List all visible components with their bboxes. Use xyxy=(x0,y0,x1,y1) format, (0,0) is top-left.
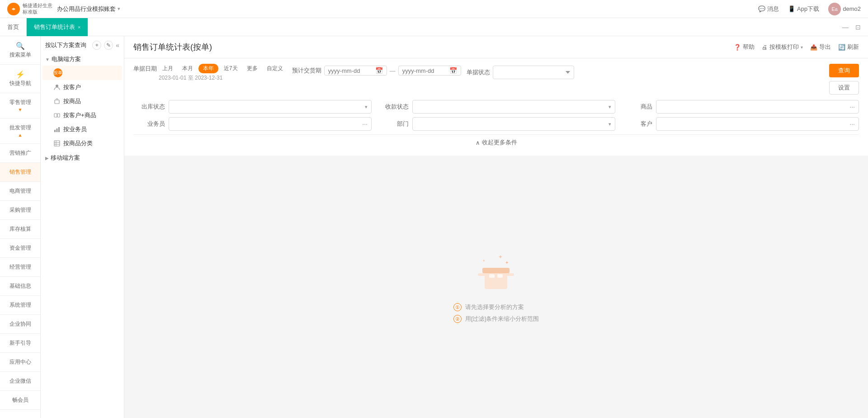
payment-status-input[interactable]: ▾ xyxy=(412,100,615,114)
collapse-panel-button[interactable]: « xyxy=(116,42,119,49)
expected-delivery-end-field[interactable] xyxy=(402,67,448,74)
date-btn-more[interactable]: 更多 xyxy=(243,64,261,73)
expected-delivery-start-input[interactable]: 📅 xyxy=(324,66,387,76)
department-input[interactable]: ▾ xyxy=(412,117,615,131)
breadcrumb[interactable]: 办公用品行业模拟账套 ▾ xyxy=(57,5,120,13)
add-scheme-button[interactable]: + xyxy=(92,41,101,50)
window-maximize-button[interactable]: ⊡ xyxy=(854,23,863,32)
sidebar-item-quick-nav[interactable]: ⚡ 快捷导航 xyxy=(0,65,40,93)
settings-button[interactable]: 设置 xyxy=(829,81,859,95)
sidebar-item-finance[interactable]: 资金管理 xyxy=(0,239,40,258)
customer-more-icon: ··· xyxy=(849,120,855,128)
scheme-item-by-order[interactable]: 按单 xyxy=(42,66,122,80)
doc-status-section: 单据状态 xyxy=(467,66,574,79)
date-btn-last-month[interactable]: 上月 xyxy=(159,64,177,73)
empty-illustration: ✦ ✦ ✦ xyxy=(473,251,519,296)
sidebar-item-operations[interactable]: 经营管理 xyxy=(0,258,40,277)
hint-number-2: ② xyxy=(453,315,462,323)
app-download-icon: 📱 xyxy=(788,5,795,12)
customer-product-icon xyxy=(53,112,61,119)
action-buttons: 查询 设置 xyxy=(829,64,859,95)
sidebar-item-newbie[interactable]: 新手引导 xyxy=(0,334,40,353)
goods-field: 商品 ··· xyxy=(621,100,859,114)
edit-scheme-button[interactable]: ✎ xyxy=(104,41,113,50)
page-title-row: 销售订单统计表(按单) ❓ 帮助 🖨 按模板打印 ▾ 📤 xyxy=(133,42,859,52)
calendar-start-icon[interactable]: 📅 xyxy=(375,67,383,74)
svg-rect-7 xyxy=(58,127,60,132)
query-button[interactable]: 查询 xyxy=(829,64,859,77)
svg-text:✦: ✦ xyxy=(498,254,503,260)
sidebar-item-members[interactable]: 畅会员 xyxy=(0,391,40,410)
sidebar-item-retail[interactable]: 零售管理 ▼ xyxy=(0,93,40,119)
scheme-item-by-product[interactable]: 按商品 xyxy=(42,95,122,108)
export-icon: 📤 xyxy=(810,44,817,51)
search-icon: 🔍 xyxy=(2,42,38,50)
svg-rect-3 xyxy=(54,114,57,117)
doc-status-select[interactable] xyxy=(493,66,574,79)
svg-rect-5 xyxy=(54,130,56,132)
refresh-button[interactable]: 🔄 刷新 xyxy=(838,43,859,51)
doc-status-input[interactable] xyxy=(493,66,574,79)
top-header: 畅捷通好生意 标准版 办公用品行业模拟账套 ▾ 💬 消息 📱 App下载 Ea … xyxy=(0,0,868,18)
sidebar-item-system[interactable]: 系统管理 xyxy=(0,296,40,315)
date-range-display: 2023-01-01 至 2023-12-31 xyxy=(133,74,287,82)
print-button[interactable]: 🖨 按模板打印 ▾ xyxy=(762,43,803,51)
sidebar-item-inventory[interactable]: 库存核算 xyxy=(0,220,40,239)
tab-bar: 首页 销售订单统计表 × — ⊡ xyxy=(0,18,868,36)
export-button[interactable]: 📤 导出 xyxy=(810,43,831,51)
left-panel-actions: + ✎ « xyxy=(92,41,119,50)
empty-hint-2: ② 用[过滤]条件来缩小分析范围 xyxy=(453,315,539,323)
window-minimize-button[interactable]: — xyxy=(841,23,850,32)
customer-field: 客户 ··· xyxy=(621,117,859,131)
message-button[interactable]: 💬 消息 xyxy=(758,5,779,13)
collapse-filters-button[interactable]: ∧ 收起更多条件 xyxy=(133,134,859,150)
tab-home[interactable]: 首页 xyxy=(0,18,27,36)
person-icon xyxy=(53,84,61,91)
expected-delivery-end-input[interactable]: 📅 xyxy=(398,66,461,76)
scheme-item-by-salesman[interactable]: 按业务员 xyxy=(42,123,122,136)
scheme-group-pc-header[interactable]: ▼ 电脑端方案 xyxy=(41,53,124,65)
customer-input[interactable]: ··· xyxy=(656,117,859,131)
svg-rect-12 xyxy=(485,271,507,289)
scheme-group-mobile: ▶ 移动端方案 xyxy=(41,152,124,164)
tab-sales-order-stats[interactable]: 销售订单统计表 × xyxy=(27,18,88,36)
date-btn-this-month[interactable]: 本月 xyxy=(179,64,197,73)
page-title: 销售订单统计表(按单) xyxy=(133,42,212,52)
sidebar-item-wholesale[interactable]: 批发管理 ▲ xyxy=(0,119,40,144)
sidebar-item-search-menu[interactable]: 🔍 搜索菜单 xyxy=(0,36,40,65)
date-btn-this-year[interactable]: 本年 xyxy=(198,64,218,73)
scheme-group-mobile-header[interactable]: ▶ 移动端方案 xyxy=(41,152,124,164)
filter-area: 单据日期 上月 本月 本年 近7天 更多 自定义 2023-01-01 至 20… xyxy=(124,58,868,156)
calendar-end-icon[interactable]: 📅 xyxy=(449,67,457,74)
scheme-item-by-category[interactable]: 按商品分类 xyxy=(42,137,122,150)
department-dropdown-icon: ▾ xyxy=(609,121,611,127)
sidebar-item-marketing[interactable]: 营销推广 xyxy=(0,144,40,163)
ship-status-input[interactable]: ▾ xyxy=(169,100,372,114)
expected-delivery-start-field[interactable] xyxy=(328,67,373,74)
sidebar-item-enterprise-wechat[interactable]: 企业微信 xyxy=(0,372,40,391)
help-button[interactable]: ❓ 帮助 xyxy=(734,43,755,51)
page-actions: ❓ 帮助 🖨 按模板打印 ▾ 📤 导出 🔄 xyxy=(734,43,859,51)
date-btn-custom[interactable]: 自定义 xyxy=(263,64,287,73)
sidebar-item-purchase[interactable]: 采购管理 xyxy=(0,201,40,220)
tab-close-icon[interactable]: × xyxy=(78,24,80,30)
sidebar-item-sales[interactable]: 销售管理 xyxy=(0,163,40,182)
sidebar-item-cooperation[interactable]: 企业协同 xyxy=(0,315,40,334)
left-panel-header: 按以下方案查询 + ✎ « xyxy=(41,41,124,53)
sidebar-item-ecommerce[interactable]: 电商管理 xyxy=(0,182,40,201)
scheme-item-by-customer-product[interactable]: 按客户+商品 xyxy=(42,109,122,122)
empty-hint-1: ① 请先选择要分析的方案 xyxy=(453,303,539,311)
sidebar-item-basic-info[interactable]: 基础信息 xyxy=(0,277,40,296)
sidebar-item-app-center[interactable]: 应用中心 xyxy=(0,353,40,372)
app-download-button[interactable]: 📱 App下载 xyxy=(788,5,819,13)
avatar: Ea xyxy=(828,3,841,15)
user-menu[interactable]: Ea demo2 xyxy=(828,3,861,15)
svg-rect-8 xyxy=(54,141,60,146)
salesman-input[interactable]: ··· xyxy=(169,117,372,131)
mobile-group-arrow-icon: ▶ xyxy=(45,156,49,161)
date-btn-last-7-days[interactable]: 近7天 xyxy=(220,64,241,73)
goods-input[interactable]: ··· xyxy=(656,100,859,114)
tab-bar-actions: — ⊡ xyxy=(841,23,868,32)
svg-rect-17 xyxy=(507,273,514,276)
scheme-item-by-customer[interactable]: 按客户 xyxy=(42,81,122,94)
